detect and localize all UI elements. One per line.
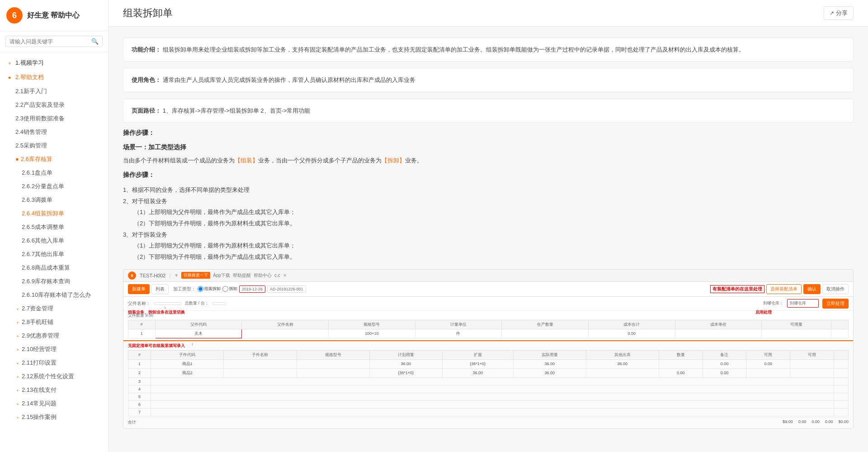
- sub-toolbar-row: 父件名称： 总数量 / 合： 到哪仓库： 到哪仓库 立即处理: [128, 299, 849, 309]
- role-label: 使用角色：: [132, 76, 161, 83]
- td-costunit: [675, 329, 762, 338]
- parent-field[interactable]: [154, 302, 181, 305]
- field-type-label: 加工类型：: [173, 286, 196, 292]
- footer-total3: 0.00: [811, 419, 820, 425]
- app-btn-select-list[interactable]: 选择装配清单: [766, 284, 802, 294]
- th-cost-unit: 成本单价: [675, 320, 762, 329]
- role-text: 通常由生产人员或库管人员完成拆装业务的操作，库管人员确认原材料的出库和产成品的入…: [163, 76, 415, 83]
- sidebar-item-purchase[interactable]: 2.5采购管理: [0, 139, 108, 152]
- sidebar-item-print[interactable]: ＋2.11打印设置: [0, 356, 108, 370]
- td-spec: 100+10: [329, 329, 415, 338]
- sidebar-item-coupon[interactable]: ＋2.9优惠券管理: [0, 329, 108, 343]
- lower-row-2: 2 商品2 (36*1+0) 36.00 36.00 0.00 0.0: [128, 368, 849, 377]
- sidebar-item-2610[interactable]: 2.6.10库存账本错了怎么办: [0, 288, 108, 302]
- warehouse-field[interactable]: 到哪仓库: [787, 299, 819, 308]
- lth-actual: 实际用量: [513, 350, 586, 359]
- td-unit: 件: [415, 329, 502, 338]
- lth-other: 其他出库: [586, 350, 659, 359]
- sidebar-item-261[interactable]: 2.6.1盘点单: [0, 166, 108, 180]
- sidebar-item-help[interactable]: ● 2.帮助文档: [0, 70, 108, 85]
- td-avail: [762, 329, 831, 338]
- search-box: 🔍: [5, 36, 103, 47]
- lth-num: #: [128, 350, 151, 359]
- main-header: 组装拆卸单 ↗ 分享: [108, 0, 868, 27]
- version-label: ▼: [174, 273, 179, 278]
- path-text: 1、库存核算->库存管理->组装拆卸单 2、首页->常用功能: [163, 107, 311, 114]
- app-btn-confirm[interactable]: 确认: [803, 284, 821, 294]
- sidebar-item-267[interactable]: 2.6.7其他出库单: [0, 247, 108, 261]
- annotation-switch: 组装业务、拆卸业务在这里切换: [128, 309, 185, 315]
- footer-total2: 0.00: [798, 419, 807, 425]
- app-subtoolbar: 父件名称： 总数量 / 合： 到哪仓库： 到哪仓库 立即处理 组装业务、拆卸业务…: [123, 297, 853, 311]
- sidebar-item-262[interactable]: 2.6.2分量盘点单: [0, 180, 108, 193]
- app-screenshot: 6 TEST-H002 | ▼ 切换账套一下 App下载 帮助提醒 帮助中心 c…: [123, 270, 853, 428]
- lth-code: 子件代码: [151, 350, 224, 359]
- app-btn-list[interactable]: 列表: [151, 284, 169, 294]
- sidebar-item-264[interactable]: 2.6.4组装拆卸单: [0, 207, 108, 220]
- sidebar-item-finance[interactable]: ＋2.7资金管理: [0, 302, 108, 315]
- search-icon[interactable]: 🔍: [91, 38, 99, 45]
- search-input[interactable]: [9, 38, 91, 45]
- sidebar-item-case[interactable]: ＋2.15操作案例: [0, 410, 108, 424]
- sidebar-item-install[interactable]: 2.2产品安装及登录: [0, 98, 108, 112]
- intro-label: 功能介绍：: [132, 46, 161, 53]
- arrow-switch: ↑: [164, 306, 166, 310]
- td-prodqty: [502, 329, 589, 338]
- lower-row-4: 4: [128, 385, 849, 393]
- app-name: TEST-H002: [140, 273, 165, 278]
- plus-icon: ＋: [6, 60, 13, 66]
- app-btn-cancel[interactable]: 取消操作: [822, 284, 849, 294]
- radio-assemble[interactable]: 组装拆卸: [198, 286, 221, 292]
- lth-act: [834, 350, 848, 359]
- sidebar-item-new[interactable]: 2.1新手入门: [0, 85, 108, 98]
- th-spec: 规格型号: [329, 320, 415, 329]
- sidebar-item-mobile[interactable]: ＋2.8手机旺铺: [0, 315, 108, 329]
- sidebar-item-266[interactable]: 2.6.6其他入库单: [0, 234, 108, 247]
- sidebar-item-faq[interactable]: ＋2.14常见问题: [0, 397, 108, 410]
- steps-section: 操作步骤： 场景一：加工类型选择 当由多个子件材料组装成一个成品的业务为【组装】…: [123, 129, 854, 429]
- upper-table-row: 1 关木 100+10 件 0.00: [128, 329, 849, 338]
- app-btn-process[interactable]: 立即处理: [822, 299, 849, 309]
- switch-label: 切换账套一下: [181, 272, 210, 279]
- th-qty: 生产数量: [502, 320, 589, 329]
- footer-total4: 0.00: [825, 419, 833, 425]
- share-button[interactable]: ↗ 分享: [824, 6, 854, 20]
- sidebar-item-stock[interactable]: ●2.6库存核算: [0, 152, 108, 166]
- page-title: 组装拆卸单: [123, 6, 173, 20]
- logo-text: 好生意 帮助中心: [27, 11, 80, 20]
- app-field-code[interactable]: AD-20191226-001: [267, 285, 306, 293]
- th-cost-total: 成本合计: [588, 320, 675, 329]
- sidebar-item-pay[interactable]: ＋2.13在线支付: [0, 383, 108, 397]
- upper-table-header: # 父件代码 父件名称 规格型号 计量单位 生产数量 成本合计 成本单价 可用量: [128, 320, 849, 329]
- warehouse-label: 到哪仓库：: [763, 300, 783, 306]
- sidebar-item-265[interactable]: 2.6.5成本调整单: [0, 220, 108, 234]
- th-actions: [831, 320, 848, 329]
- sidebar-item-custom[interactable]: ＋2.12系统个性化设置: [0, 370, 108, 383]
- sidebar-item-data[interactable]: 2.3使用前数据准备: [0, 112, 108, 125]
- user-cc: c.c: [274, 273, 280, 278]
- scene1-title: 场景一：加工类型选择: [123, 143, 854, 152]
- annotation-enable: 启用处理: [755, 309, 772, 315]
- path-box: 页面路径： 1、库存核算->库存管理->组装拆卸单 2、首页->常用功能: [123, 99, 854, 123]
- path-label: 页面路径：: [132, 107, 161, 114]
- intro-text: 组装拆卸单用来处理企业组装或拆卸等加工业务，支持有固定装配清单的产品加工业务，也…: [163, 46, 745, 53]
- steps-title: 操作步骤：: [123, 129, 854, 137]
- app-toolbar: 新建单 列表 加工类型： 组装拆卸 拆卸 2019-12-26: [123, 282, 853, 297]
- lower-row-3: 3: [128, 377, 849, 385]
- close-icon: ✕: [283, 273, 287, 278]
- th-available: 可用量: [762, 320, 831, 329]
- app-btn-newtab[interactable]: 新建单: [128, 284, 150, 294]
- app-field-date[interactable]: 2019-12-26: [239, 285, 265, 293]
- step2-sub1: （1）上部明细为父件明细，最终作为产成品生成其它入库单；: [134, 207, 854, 218]
- radio-disassemble[interactable]: 拆卸: [222, 286, 237, 292]
- sidebar-item-video[interactable]: ＋ 1.视频学习: [0, 56, 108, 70]
- sidebar-item-268[interactable]: 2.6.8商品成本重算: [0, 261, 108, 275]
- sidebar-item-263[interactable]: 2.6.3调拨单: [0, 193, 108, 207]
- step2: 2、对于组装业务: [123, 196, 854, 207]
- app-titlebar-right: ▼ 切换账套一下 App下载 帮助提醒 帮助中心 c.c ✕: [174, 272, 286, 279]
- sidebar-item-sales[interactable]: 2.4销售管理: [0, 125, 108, 139]
- app-lower-table: # 子件代码 子件名称 规格型号 计划用量 扩展 实际用量 其他出库 数量: [128, 350, 849, 416]
- sidebar-item-ops[interactable]: ＋2.10经营管理: [0, 343, 108, 356]
- qty-field[interactable]: [212, 302, 226, 305]
- sidebar-item-269[interactable]: 2.6.9库存账本查询: [0, 275, 108, 288]
